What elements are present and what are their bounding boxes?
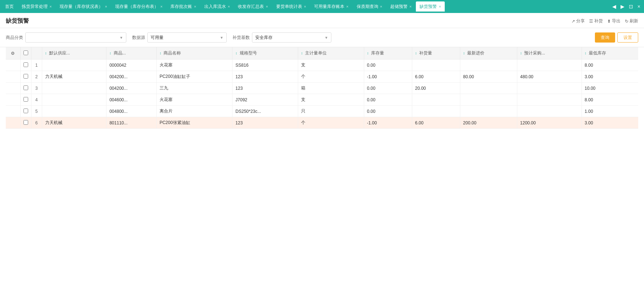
settings-button[interactable]: 设置 bbox=[617, 32, 638, 43]
row-checkbox-2[interactable] bbox=[23, 85, 28, 90]
sort-stock-icon[interactable] bbox=[367, 50, 370, 56]
row-stock-cell: 0.00 bbox=[364, 106, 412, 117]
replenish-base-select[interactable]: 安全库存 ▼ bbox=[252, 32, 331, 43]
row-code-cell: 0000042 bbox=[106, 59, 157, 71]
tab-home[interactable]: 首页 bbox=[1, 1, 17, 12]
sort-spec-icon[interactable] bbox=[235, 50, 238, 56]
col-header-stock[interactable]: 库存量 bbox=[364, 47, 412, 59]
row-checkbox-5[interactable] bbox=[23, 120, 28, 125]
refresh-btn[interactable]: ↻ 刷新 bbox=[625, 18, 638, 24]
page-header: 缺货预警 ↗ 分享 ☰ 补货 ⬆ 导出 ↻ 刷新 bbox=[0, 13, 644, 28]
tab-close-requisition-stats[interactable]: × bbox=[304, 4, 306, 9]
filter-actions: 查询 设置 bbox=[595, 32, 638, 43]
share-btn[interactable]: ↗ 分享 bbox=[571, 18, 585, 24]
replenish-base-select-value: 安全库存 bbox=[255, 35, 273, 41]
row-gear-cell bbox=[6, 59, 20, 71]
tab-shortage[interactable]: 缺货预警 × bbox=[416, 1, 444, 12]
tab-overstock[interactable]: 超储预警 × bbox=[387, 1, 415, 12]
category-label: 商品分类 bbox=[6, 35, 23, 41]
table-row: 3 004200... 三九 123 箱 0.00 20.00 10.00 bbox=[6, 83, 638, 94]
col-header-code[interactable]: 商品... bbox=[106, 47, 157, 59]
row-latest-price-cell bbox=[460, 106, 517, 117]
row-spec-cell: 123 bbox=[232, 71, 298, 83]
tab-close-batch-account[interactable]: × bbox=[194, 4, 196, 9]
tab-inventory-status[interactable]: 现存量（库存状况表） × bbox=[56, 1, 110, 12]
tab-close-abnormal[interactable]: × bbox=[49, 4, 52, 9]
col-header-unit[interactable]: 主计量单位 bbox=[298, 47, 364, 59]
tab-close-shortage[interactable]: × bbox=[439, 4, 441, 9]
row-latest-price-cell: 200.00 bbox=[460, 117, 517, 129]
main-content: 缺货预警 ↗ 分享 ☰ 补货 ⬆ 导出 ↻ 刷新 商品分类 bbox=[0, 13, 644, 287]
table-row: 5 004800... 离合片 DS250*23c... 只 0.00 1.00 bbox=[6, 106, 638, 117]
query-button[interactable]: 查询 bbox=[595, 32, 615, 43]
sort-name-icon[interactable] bbox=[160, 50, 162, 56]
tab-expiry-query[interactable]: 保质期查询 × bbox=[353, 1, 386, 12]
tab-close-btn[interactable]: × bbox=[635, 4, 643, 9]
row-name-cell: PC200张紧油缸 bbox=[156, 117, 232, 129]
row-checkbox-3[interactable] bbox=[23, 97, 28, 102]
col-header-min-stock[interactable]: 最低库存 bbox=[582, 47, 638, 59]
tab-available-ledger[interactable]: 可用量库存账本 × bbox=[310, 1, 352, 12]
col-header-latest-price[interactable]: 最新进价 bbox=[460, 47, 517, 59]
tab-batch-account[interactable]: 库存批次账 × bbox=[167, 1, 200, 12]
row-number-cell: 4 bbox=[31, 94, 42, 106]
replenish-btn[interactable]: ☰ 补货 bbox=[589, 18, 603, 24]
row-est-purchase-cell bbox=[517, 106, 582, 117]
row-supplier-cell: 力天机械 bbox=[42, 117, 106, 129]
sort-est-purchase-icon[interactable] bbox=[520, 50, 523, 56]
col-header-est-purchase[interactable]: 预计采购... bbox=[517, 47, 582, 59]
col-header-replenish[interactable]: 补货量 bbox=[412, 47, 460, 59]
tab-close-overstock[interactable]: × bbox=[409, 4, 412, 9]
row-check-cell bbox=[20, 71, 31, 83]
row-unit-cell: 支 bbox=[298, 94, 364, 106]
tab-close-inventory-status[interactable]: × bbox=[105, 4, 107, 9]
row-gear-cell bbox=[6, 117, 20, 129]
row-code-cell: 004200... bbox=[106, 83, 157, 94]
row-number-cell: 6 bbox=[31, 117, 42, 129]
col-header-name[interactable]: 商品名称 bbox=[156, 47, 232, 59]
col-header-check bbox=[20, 47, 31, 59]
tab-close-inventory-dist[interactable]: × bbox=[160, 4, 162, 9]
row-stock-cell: 0.00 bbox=[364, 83, 412, 94]
col-header-spec[interactable]: 规格型号 bbox=[232, 47, 298, 59]
tab-abnormal[interactable]: 拣货异常处理 × bbox=[18, 1, 55, 12]
tab-close-receipt-summary[interactable]: × bbox=[266, 4, 268, 9]
sort-supplier-icon[interactable] bbox=[45, 50, 48, 56]
select-all-checkbox[interactable] bbox=[23, 50, 28, 55]
tab-close-available-ledger[interactable]: × bbox=[346, 4, 348, 9]
tab-next-btn[interactable]: ▶ bbox=[618, 4, 627, 9]
row-unit-cell: 只 bbox=[298, 106, 364, 117]
row-min-stock-cell: 8.00 bbox=[582, 59, 638, 71]
tab-close-expiry-query[interactable]: × bbox=[380, 4, 382, 9]
sort-unit-icon[interactable] bbox=[301, 50, 304, 56]
col-header-gear[interactable]: ⚙ bbox=[6, 47, 20, 59]
sort-code-icon[interactable] bbox=[109, 50, 112, 56]
datasource-select-value: 可用量 bbox=[151, 35, 164, 41]
tab-restore-btn[interactable]: ⊡ bbox=[627, 4, 635, 9]
gear-icon[interactable]: ⚙ bbox=[11, 51, 15, 56]
tab-requisition-stats[interactable]: 要货单统计表 × bbox=[273, 1, 310, 12]
row-code-cell: 801110... bbox=[106, 117, 157, 129]
row-spec-cell: SS816 bbox=[232, 59, 298, 71]
tab-close-inout-flow[interactable]: × bbox=[228, 4, 230, 9]
export-btn[interactable]: ⬆ 导出 bbox=[607, 18, 621, 24]
category-select[interactable]: ▼ bbox=[25, 32, 126, 43]
col-header-supplier[interactable]: 默认供应... bbox=[42, 47, 106, 59]
row-code-cell: 004200... bbox=[106, 71, 157, 83]
tab-inout-flow[interactable]: 出入库流水 × bbox=[201, 1, 234, 12]
tab-inventory-dist[interactable]: 现存量（库存分布表） × bbox=[112, 1, 166, 12]
replenish-icon: ☰ bbox=[589, 19, 593, 24]
row-checkbox-1[interactable] bbox=[23, 74, 28, 79]
row-unit-cell: 箱 bbox=[298, 83, 364, 94]
sort-min-stock-icon[interactable] bbox=[585, 50, 588, 56]
sort-latest-price-icon[interactable] bbox=[463, 50, 466, 56]
row-spec-cell: 123 bbox=[232, 117, 298, 129]
tab-receipt-summary[interactable]: 收发存汇总表 × bbox=[234, 1, 271, 12]
row-checkbox-4[interactable] bbox=[23, 109, 28, 113]
sort-replenish-icon[interactable] bbox=[415, 50, 418, 56]
datasource-select[interactable]: 可用量 ▼ bbox=[147, 32, 227, 43]
tab-prev-btn[interactable]: ◀ bbox=[610, 4, 618, 9]
export-icon: ⬆ bbox=[607, 19, 611, 24]
row-name-cell: 三九 bbox=[156, 83, 232, 94]
row-checkbox-0[interactable] bbox=[23, 62, 28, 67]
